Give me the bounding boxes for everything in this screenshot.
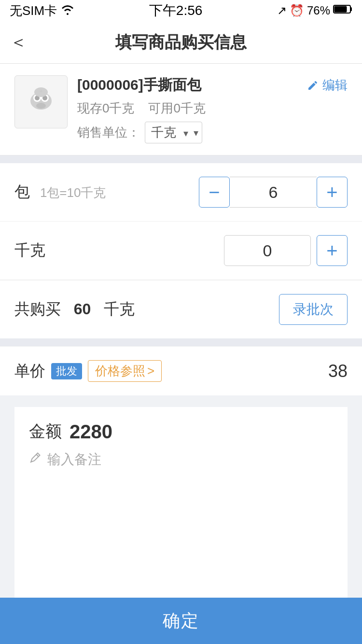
status-right: ↗ ⏰ 76% [277, 4, 352, 17]
record-batch-button[interactable]: 录批次 [279, 294, 348, 325]
kg-row: 千克 + [0, 222, 362, 280]
kg-input[interactable] [224, 235, 311, 266]
total-amount: 60 [74, 300, 91, 318]
time-label: 下午2:56 [149, 1, 203, 20]
package-row: 包 1包=10千克 − + [0, 163, 362, 222]
total-text: 共购买 60 千克 [14, 299, 135, 320]
amount-content: 金额 2280 输入备注 [14, 407, 348, 618]
price-section: 单价 批发 价格参照 > 38 [0, 346, 362, 395]
package-label: 包 [14, 183, 30, 200]
package-input[interactable] [230, 177, 317, 208]
amount-label: 金额 [29, 420, 62, 443]
batch-badge: 批发 [51, 363, 82, 379]
unit-value: 千克 [151, 125, 176, 140]
amount-row: 金额 2280 [29, 420, 333, 443]
wifi-icon [61, 3, 74, 18]
plus-icon: + [326, 182, 337, 203]
product-card: [0000006]手撕面包 编辑 现存0千克 可用0千克 销售单位： 千克 ▾ [0, 64, 362, 155]
available-label: 可用0千克 [148, 101, 205, 115]
amount-section: 金额 2280 输入备注 [0, 395, 362, 623]
unit-select-wrap[interactable]: 千克 ▾ [145, 122, 202, 143]
page-title: 填写商品购买信息 [115, 31, 247, 54]
separator-2 [0, 338, 362, 346]
product-stock: 现存0千克 可用0千克 [77, 100, 348, 117]
product-unit-row: 销售单位： 千克 ▾ [77, 122, 348, 143]
product-owl-icon [24, 83, 58, 122]
price-label: 单价 [14, 361, 45, 382]
unit-select[interactable]: 千克 ▾ [145, 122, 202, 143]
note-row[interactable]: 输入备注 [29, 450, 333, 469]
package-label-area: 包 1包=10千克 [14, 182, 199, 203]
price-value: 38 [328, 361, 348, 381]
package-minus-button[interactable]: − [199, 177, 230, 208]
nav-bar: ＜ 填写商品购买信息 [0, 21, 362, 64]
unit-prefix-label: 销售单位： [77, 124, 140, 141]
battery-icon [333, 4, 352, 17]
total-suffix: 千克 [104, 300, 135, 318]
confirm-button[interactable]: 确定 [0, 598, 362, 644]
svg-point-10 [36, 103, 46, 109]
status-bar: 无SIM卡 下午2:56 ↗ ⏰ 76% [0, 0, 362, 21]
product-image [14, 75, 68, 128]
separator-1 [0, 155, 362, 163]
product-name-row: [0000006]手撕面包 编辑 [77, 75, 348, 95]
input-section: 包 1包=10千克 − + 千克 + [0, 163, 362, 280]
total-row: 共购买 60 千克 录批次 [0, 280, 362, 338]
kg-plus-button[interactable]: + [317, 235, 348, 266]
kg-label: 千克 [14, 240, 224, 261]
package-hint: 1包=10千克 [40, 185, 106, 200]
package-plus-button[interactable]: + [317, 177, 348, 208]
edit-button[interactable]: 编辑 [307, 77, 348, 94]
price-ref-label: 价格参照 [95, 363, 145, 379]
carrier-label: 无SIM卡 [10, 2, 57, 19]
battery-label: 76% [307, 4, 330, 17]
svg-rect-2 [334, 6, 347, 13]
alarm-icon: ⏰ [290, 4, 304, 17]
total-prefix: 共购买 [14, 300, 61, 318]
kg-stepper: + [224, 235, 348, 266]
status-left: 无SIM卡 [10, 2, 74, 19]
product-name: [0000006]手撕面包 [77, 75, 201, 95]
location-icon: ↗ [277, 4, 287, 17]
empty-space [29, 469, 333, 614]
svg-rect-1 [350, 7, 352, 11]
price-ref-button[interactable]: 价格参照 > [88, 360, 162, 382]
kg-plus-icon: + [326, 240, 337, 262]
pencil-icon [29, 451, 42, 468]
product-info: [0000006]手撕面包 编辑 现存0千克 可用0千克 销售单位： 千克 ▾ [77, 75, 348, 143]
main-content: [0000006]手撕面包 编辑 现存0千克 可用0千克 销售单位： 千克 ▾ [0, 64, 362, 644]
price-label-area: 单价 批发 价格参照 > [14, 360, 162, 382]
stock-label: 现存0千克 [77, 101, 134, 115]
back-button[interactable]: ＜ [10, 30, 27, 54]
price-ref-arrow: > [147, 364, 154, 378]
edit-label: 编辑 [322, 77, 348, 94]
minus-icon: − [209, 182, 220, 203]
note-placeholder[interactable]: 输入备注 [47, 450, 101, 469]
amount-value: 2280 [70, 421, 112, 443]
package-stepper: − + [199, 177, 348, 208]
